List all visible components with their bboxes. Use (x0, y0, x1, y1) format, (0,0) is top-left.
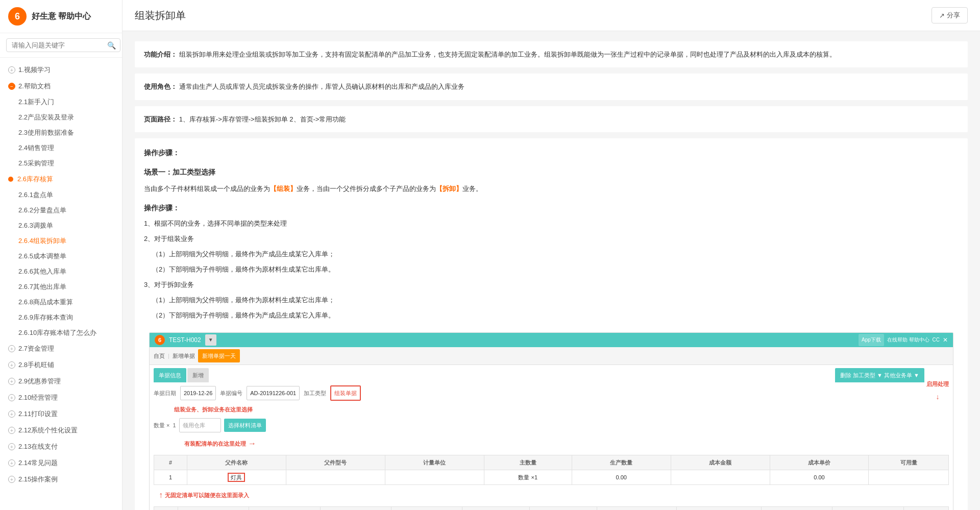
ss-th2-name: 子件名称 (178, 507, 249, 510)
ss-arrow-down: ↓ (936, 390, 940, 404)
ss-warehouse-label: 数量 × (154, 420, 169, 431)
sidebar-item-cost-adj[interactable]: 2.6.5成本调整单 (0, 249, 122, 264)
ss-new-btn[interactable]: 新增单据一天 (198, 349, 240, 362)
sidebar-item-cost-recalc[interactable]: 2.6.8商品成本重算 (0, 295, 122, 310)
sidebar-item-cases[interactable]: + 2.15操作案例 (0, 471, 122, 488)
nav-label: 2.帮助文档 (18, 82, 51, 91)
ss-tab-new[interactable]: 新增 (187, 368, 209, 382)
ss-nav-list: 新增单据 (173, 350, 195, 361)
role-text: 通常由生产人员或库管人员完成拆装业务的操作，库管人员确认原材料的出库和产成品的入… (179, 83, 464, 90)
ss-warehouse-input[interactable]: 领用仓库 (179, 418, 221, 432)
nav-label: 2.13在线支付 (18, 442, 58, 451)
nav-label: 2.14常见问题 (18, 458, 58, 468)
sidebar-item-faq[interactable]: + 2.14常见问题 (0, 455, 122, 471)
sidebar-item-sales[interactable]: 2.4销售管理 (0, 140, 122, 156)
sidebar-item-purchase[interactable]: 2.5采购管理 (0, 156, 122, 171)
role-block: 使用角色： 通常由生产人员或库管人员完成拆装业务的操作，库管人员确认原材料的出库… (135, 74, 968, 100)
ss-td-qty: 数量 ×1 (484, 470, 572, 485)
ss-parent-name-highlight: 灯具 (228, 473, 245, 482)
sidebar-item-video[interactable]: + 1.视频学习 (0, 62, 122, 78)
ss-tab-action[interactable]: 删除 加工类型 ▼ 其他业务单 ▼ (835, 368, 924, 382)
ss-table-parent: # 父件名称 父件型号 计量单位 主数量 生产数量 成本金额 成本单价 可用量 (154, 455, 949, 485)
share-icon: ↗ (939, 12, 945, 19)
search-input[interactable] (6, 38, 120, 52)
step3-2: （2）下部明细为子件明细，最终作为产成品生成某它入库单。 (144, 309, 959, 322)
sidebar-item-ledger-query[interactable]: 2.6.9库存账本查询 (0, 310, 122, 325)
screenshot: 6 TEST-H002 ▼ App下载 在线帮助 帮助中心 CC ✕ (149, 332, 953, 510)
sidebar-item-other-out[interactable]: 2.6.7其他出库单 (0, 279, 122, 295)
ss-nav-divider: | (168, 350, 169, 361)
ss-td-model (286, 470, 385, 485)
sidebar-item-finance[interactable]: + 2.7资金管理 (0, 341, 122, 357)
sidebar-item-other-in[interactable]: 2.6.6其他入库单 (0, 264, 122, 279)
sidebar-item-install[interactable]: 2.2产品安装及登录 (0, 110, 122, 125)
sidebar-item-transfer[interactable]: 2.6.3调拨单 (0, 218, 122, 233)
ss-th2-qty: 数量 (462, 507, 530, 510)
ss-titlebar: 6 TEST-H002 ▼ App下载 在线帮助 帮助中心 CC ✕ (150, 333, 953, 347)
sidebar-item-coupon[interactable]: + 2.9优惠券管理 (0, 373, 122, 390)
sidebar-item-data-prep[interactable]: 2.3使用前数据准备 (0, 125, 122, 140)
ss-code-label: 单据编号 (220, 387, 242, 399)
ss-form-area: 单据信息 新增 删除 加工类型 ▼ 其他业务单 ▼ 单据日期 2019-12-2… (150, 365, 953, 510)
sidebar-item-operations[interactable]: + 2.10经营管理 (0, 390, 122, 406)
logo-icon: 6 (8, 7, 27, 26)
sidebar-item-ledger-fix[interactable]: 2.6.10库存账本错了怎么办 (0, 325, 122, 341)
ss-date-label: 单据日期 (154, 387, 176, 399)
ss-table2-header: # 子件名称 配件编码 领用仓位 配件规格 数量 ×数量×1 ×成本金额 累计出… (154, 507, 949, 510)
ss-date-val: 2019-12-26 (180, 386, 216, 400)
expand-icon: + (8, 378, 15, 385)
role-label: 使用角色： (144, 83, 177, 90)
page-header: 组装拆卸单 ↗ 分享 (122, 0, 980, 31)
ss-code-val: AD-20191226-001 (247, 386, 300, 400)
sidebar-item-payment[interactable]: + 2.13在线支付 (0, 439, 122, 455)
sidebar-item-docs[interactable]: − 2.帮助文档 (0, 78, 122, 94)
ss-table-row: 1 灯具 数量 ×1 0.00 0.00 (154, 470, 949, 485)
share-label: 分享 (947, 11, 960, 20)
ss-th-unit-cost: 成本单价 (770, 455, 869, 470)
sidebar-item-assembly[interactable]: 2.6.4组装拆卸单 (0, 233, 122, 249)
path-text: 1、库存核算->库存管理->组装拆卸单 2、首页->常用功能 (179, 115, 346, 123)
ss-confirm-btn[interactable]: 选择材料清单 (224, 419, 266, 432)
step2: 2、对于组装业务 (144, 232, 959, 246)
ss-tab-info[interactable]: 单据信息 (154, 368, 186, 382)
ss-th2-cost: ×成本金额 (597, 507, 676, 510)
sidebar-item-partial-check[interactable]: 2.6.2分量盘点单 (0, 203, 122, 218)
intro-label: 功能介绍： (144, 51, 177, 58)
expand-icon: + (8, 66, 15, 74)
ss-th2-use-wh: 使用仓位 (761, 507, 832, 510)
ss-qty-val: 1 (173, 420, 176, 431)
ss-type-val: 组装单据 (330, 385, 361, 401)
ss-td-num: 1 (154, 470, 187, 485)
collapse-icon: − (8, 83, 15, 90)
expand-icon: + (8, 443, 15, 450)
ss-td-unit-cost: 0.00 (770, 470, 869, 485)
nav-label: 2.9优惠券管理 (18, 377, 61, 386)
page-title: 组装拆卸单 (135, 9, 186, 22)
screenshot-container: 6 TEST-H002 ▼ App下载 在线帮助 帮助中心 CC ✕ (144, 327, 959, 510)
ss-th-qty: 主数量 (484, 455, 572, 470)
ss-td-prod-qty: 0.00 (572, 470, 671, 485)
ss-close-icon: ✕ (943, 334, 948, 346)
ss-ann-enable: 启用处理 (926, 378, 949, 390)
sidebar-item-newbie[interactable]: 2.1新手入门 (0, 94, 122, 110)
sidebar-item-stock-check[interactable]: 2.6.1盘点单 (0, 187, 122, 203)
scene1-title: 场景一：加工类型选择 (144, 165, 959, 179)
step1: 1、根据不同的业务，选择不同单据的类型来处理 (144, 217, 959, 230)
nav-label: 2.11打印设置 (18, 409, 58, 419)
sidebar-item-inventory[interactable]: 2.6库存核算 (0, 171, 122, 187)
expand-icon: + (8, 459, 15, 467)
ss-annotation-random: ↑ 无固定清单可以随便在这里面录入 (159, 487, 949, 503)
search-icon[interactable]: 🔍 (107, 41, 116, 50)
nav-label: 2.12系统个性化设置 (18, 426, 78, 435)
ss-table-child: # 子件名称 配件编码 领用仓位 配件规格 数量 ×数量×1 ×成本金额 累计出… (154, 506, 949, 510)
steps-block: 操作步骤： 场景一：加工类型选择 当由多个子件材料组装成一个成品的业务为【组装】… (135, 138, 968, 510)
sidebar-item-print[interactable]: + 2.11打印设置 (0, 406, 122, 422)
ss-th-num: # (154, 455, 187, 470)
ss-th2-code: 配件编码 (249, 507, 320, 510)
steps-title: 操作步骤： (144, 145, 959, 160)
ss-user-label: CC (933, 335, 940, 345)
sidebar-item-mobile[interactable]: + 2.8手机旺铺 (0, 357, 122, 373)
sidebar-item-customize[interactable]: + 2.12系统个性化设置 (0, 422, 122, 439)
ss-dropdown: ▼ (205, 334, 216, 346)
share-button[interactable]: ↗ 分享 (932, 7, 968, 23)
